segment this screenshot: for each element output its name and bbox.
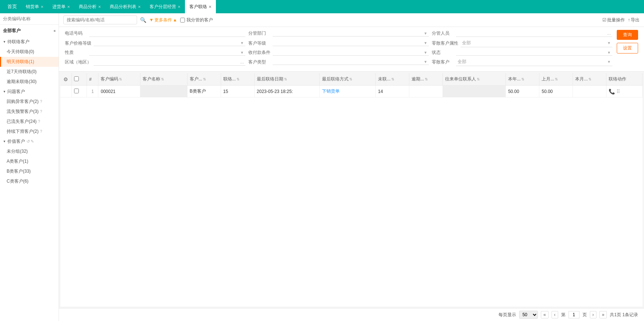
value-edit-icon[interactable]: ✎ [31, 139, 34, 144]
sort-icon-last-month[interactable]: ⇅ [555, 77, 558, 81]
sidebar-item-ungrouped[interactable]: 未分组(32) [0, 146, 59, 156]
sidebar-item-churned[interactable]: 已流失客户(24) ? [0, 117, 59, 127]
page-size-select[interactable]: 50 100 200 [519, 311, 538, 319]
export-button[interactable]: ↑ 导出 [628, 17, 640, 23]
sort-icon-code[interactable]: ⇅ [119, 77, 122, 81]
customer-type-select[interactable]: ▼ [273, 59, 429, 65]
sort-icon-name[interactable]: ⇅ [161, 77, 164, 81]
row-select-checkbox[interactable] [74, 89, 79, 93]
action-more-icon[interactable]: ⠿ [616, 89, 620, 94]
manager-select[interactable]: ... [456, 30, 612, 37]
col-this-month[interactable]: 本月... ⇅ [573, 73, 606, 86]
nav-close-analysis-list[interactable]: ✕ [138, 5, 141, 9]
dept-select[interactable]: ▼ [273, 31, 429, 37]
col-unlinked[interactable]: 未联... ⇅ [376, 73, 409, 86]
sidebar-item-tomorrow[interactable]: 明天待联络(1) [0, 57, 59, 67]
prev-page-button[interactable]: ‹ [552, 311, 558, 318]
all-customers-title[interactable]: 全部客户 « [0, 25, 59, 37]
dept-arrow: ▼ [424, 31, 427, 35]
col-unit-contact[interactable]: 往来单位联系人 ⇅ [443, 73, 506, 86]
sidebar-item-7days[interactable]: 近7天待联络(0) [0, 67, 59, 77]
sort-icon-last-date[interactable]: ⇅ [284, 77, 287, 81]
price-level-select[interactable]: ▼ [94, 40, 245, 46]
col-last-method[interactable]: 最后联络方式 ⇅ [320, 73, 376, 86]
payment-select[interactable]: ▼ [273, 50, 429, 56]
batch-op-button[interactable]: ☑ 批量操作 [602, 17, 625, 23]
col-settings[interactable]: ⚙ [60, 73, 71, 86]
sort-icon-last-method[interactable]: ⇅ [349, 77, 352, 81]
col-last-date[interactable]: 最后联络日期 ⇅ [254, 73, 319, 86]
nav-sales[interactable]: 销货单 ✕ [21, 0, 48, 13]
col-last-month[interactable]: 上月... ⇅ [539, 73, 573, 86]
first-page-button[interactable]: « [541, 311, 549, 318]
col-overdue[interactable]: 逾期... ⇅ [409, 73, 443, 86]
gear-button[interactable]: ⚙ [63, 76, 68, 82]
value-refresh-icon[interactable]: ↺ [27, 139, 30, 144]
sort-icon-this-year[interactable]: ⇅ [521, 77, 524, 81]
nav-customer-tier[interactable]: 客户分层经营 ✕ [145, 0, 185, 13]
region-select[interactable]: ... [94, 59, 245, 66]
more-conditions-button[interactable]: ▼ 更多条件 ▲ [149, 17, 177, 23]
nav-home[interactable]: 首页 [3, 0, 21, 13]
retail-customer-select[interactable]: 全部 ▼ [456, 58, 612, 66]
col-type[interactable]: 客户... ⇅ [187, 73, 221, 86]
row-last-method[interactable]: 下销货单 [320, 86, 376, 97]
help-icon-1[interactable]: ? [40, 100, 42, 104]
settings-button[interactable]: 设置 [617, 43, 638, 54]
action-phone-icon[interactable]: 📞 [609, 89, 615, 94]
sidebar-item-repurchase-abnormal[interactable]: 回购异常客户(2) ? [0, 97, 59, 107]
sidebar-item-class-c[interactable]: C类客户(6) [0, 176, 59, 186]
sidebar-item-today[interactable]: 今天待联络(0) [0, 47, 59, 57]
sort-icon-contact[interactable]: ⇅ [237, 77, 239, 81]
sort-icon-unlinked[interactable]: ⇅ [391, 77, 394, 81]
nature-select[interactable]: ▼ [89, 50, 245, 56]
search-button[interactable]: 🔍 [140, 17, 146, 23]
my-customers-checkbox[interactable] [180, 18, 185, 23]
nav-close-customer-tier[interactable]: ✕ [178, 5, 181, 9]
sort-icon-overdue[interactable]: ⇅ [425, 77, 428, 81]
nav-purchase[interactable]: 进货单 ✕ [48, 0, 74, 13]
sidebar-item-class-a[interactable]: A类客户(1) [0, 156, 59, 166]
sort-icon-this-month[interactable]: ⇅ [588, 77, 591, 81]
action-icons: 📞 ⠿ [609, 89, 640, 94]
nav-customer-contact[interactable]: 客户联络 ✕ [185, 0, 216, 13]
col-name[interactable]: 客户名称 ⇅ [140, 73, 187, 86]
group-pending[interactable]: ▼ 待联络客户 [0, 37, 59, 47]
select-all-checkbox[interactable] [74, 76, 79, 81]
query-button[interactable]: 查询 [617, 30, 638, 40]
my-customers-checkbox-label[interactable]: 我分管的客户 [180, 17, 213, 23]
col-this-year[interactable]: 本年... ⇅ [506, 73, 539, 86]
status-select[interactable]: ▼ [456, 50, 612, 56]
retail-attr-select[interactable]: 全部 ▼ [461, 39, 612, 47]
help-icon-4[interactable]: ? [40, 130, 42, 134]
nav-close-customer-contact[interactable]: ✕ [209, 5, 211, 9]
sort-icon-type[interactable]: ⇅ [203, 77, 206, 81]
sidebar-item-overdue[interactable]: 逾期未联络(30) [0, 77, 59, 87]
search-input[interactable] [63, 15, 137, 24]
manager-dots[interactable]: ... [607, 31, 611, 36]
help-icon-2[interactable]: ? [40, 110, 42, 114]
last-page-button[interactable]: » [599, 311, 607, 318]
sidebar-item-churn-warning[interactable]: 流失预警客户(3) ? [0, 107, 59, 117]
nav-close-purchase[interactable]: ✕ [67, 5, 70, 9]
group-problem[interactable]: ▼ 问题客户 [0, 87, 59, 97]
nav-close-sales[interactable]: ✕ [41, 5, 43, 9]
next-page-button[interactable]: › [590, 311, 596, 318]
col-checkbox[interactable] [71, 73, 87, 86]
sidebar-item-declining[interactable]: 持续下滑客户(2) ? [0, 127, 59, 137]
nav-analysis-list[interactable]: 商品分析列表 ✕ [105, 0, 145, 13]
region-dots[interactable]: ... [240, 59, 244, 65]
sort-icon-unit-contact[interactable]: ⇅ [477, 77, 480, 81]
nav-close-analysis[interactable]: ✕ [98, 5, 101, 9]
page-number-input[interactable] [568, 311, 580, 318]
sidebar-search-input[interactable] [3, 16, 58, 21]
col-contact[interactable]: 联络... ⇅ [221, 73, 254, 86]
col-code[interactable]: 客户编码 ⇅ [98, 73, 140, 86]
sidebar-item-class-b[interactable]: B类客户(33) [0, 166, 59, 176]
help-icon-3[interactable]: ? [38, 120, 40, 124]
phone-input[interactable] [89, 30, 245, 37]
row-checkbox[interactable] [71, 86, 87, 97]
group-value[interactable]: ▼ 价值客户 ↺ ✎ [0, 137, 59, 146]
customer-level-select[interactable]: ▼ [273, 40, 429, 46]
nav-analysis[interactable]: 商品分析 ✕ [74, 0, 105, 13]
